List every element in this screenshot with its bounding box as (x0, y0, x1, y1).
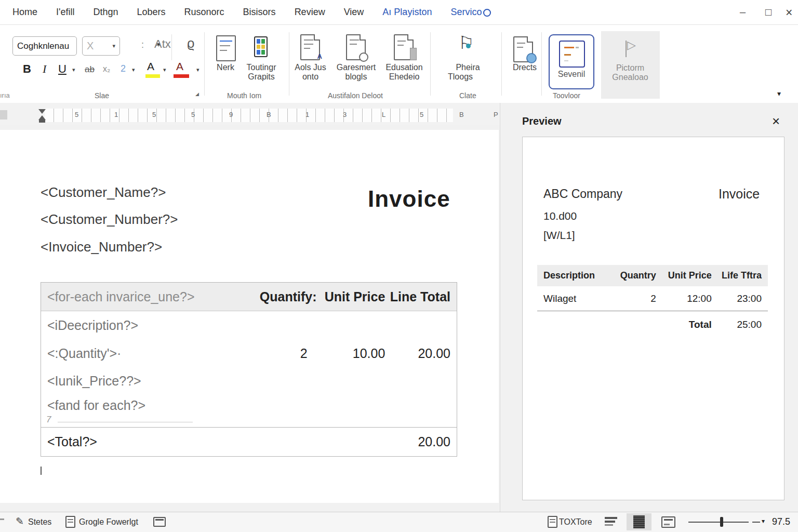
font-name-combobox[interactable]: Coghknlenau (12, 36, 77, 56)
preview-header-description: Description (537, 270, 619, 281)
menu-letters[interactable]: Lobers (137, 7, 166, 18)
menu-design[interactable]: Dthgn (93, 7, 118, 18)
minimize-button[interactable]: – (740, 6, 746, 18)
flag-tools-button[interactable]: Pheira Tloogs (446, 63, 490, 82)
zoom-slider-handle[interactable] (720, 517, 723, 527)
view-web-layout-icon[interactable] (661, 516, 675, 528)
maximize-button[interactable]: □ (765, 6, 772, 18)
menu-ai-playiston[interactable]: Aı Playiston (382, 7, 432, 18)
bold-button[interactable]: B (23, 62, 31, 76)
strikethrough-button[interactable]: ab (85, 64, 95, 75)
font-size-combobox[interactable]: X ▾ (82, 36, 120, 56)
placeholder-invoice-number: <Invoice_Number?> (41, 239, 162, 255)
highlight-color-button[interactable]: A (147, 60, 154, 73)
view-read-mode-icon[interactable] (605, 517, 617, 526)
ruler-band (45, 109, 453, 122)
preview-results-icon (346, 34, 366, 60)
table-header-row: <for-each invarice_une?> Quantify: Unit … (41, 283, 457, 311)
menu-view[interactable]: View (344, 7, 364, 18)
preview-line2: 10.d00 (543, 210, 577, 222)
menu-file[interactable]: I'efill (56, 7, 74, 18)
chevron-down-icon[interactable]: ▾ (163, 66, 166, 73)
card-icon[interactable] (153, 517, 166, 527)
preview-pane: Preview × ABC Company Invoice 10.d00 [W/… (500, 103, 798, 512)
ruler-label: B (459, 111, 464, 118)
insert-field-button[interactable]: Aols Jus onto (288, 63, 332, 82)
italic-button[interactable]: I (43, 62, 46, 76)
paragraph-mark-button[interactable]: ϱ (187, 36, 194, 51)
ruler-label: 5 (152, 111, 156, 118)
preview-toggle-label: Sevenil (550, 70, 593, 79)
chevron-down-icon[interactable]: ▾ (762, 517, 765, 525)
spacing-button[interactable]: : (141, 39, 144, 50)
indent-marker-top[interactable] (38, 109, 46, 114)
merge-start-button[interactable]: Nerk (210, 63, 241, 72)
menu-home[interactable]: Home (12, 7, 37, 18)
language-status[interactable]: Grogle Fowerlgt (79, 517, 138, 527)
language-doc-icon (65, 516, 75, 528)
text-cursor (41, 467, 42, 475)
ruler-label: 1 (114, 111, 118, 118)
chevron-down-icon[interactable]: ▾ (132, 66, 135, 73)
recipients-grid-icon (254, 36, 268, 57)
zoom-slider-track[interactable] (688, 522, 749, 523)
view-print-layout-icon[interactable] (627, 513, 651, 530)
underline-button[interactable]: U (58, 62, 66, 76)
merge-start-icon (216, 35, 236, 61)
zoom-percentage[interactable]: 97.5 (772, 516, 790, 527)
document-page[interactable]: <Customer_Name?> Invoice <Customer_Numbe… (0, 130, 499, 503)
ribbon: Coghknlenau X ▾ : ▾ Atx ϱ B I U ▾ ab x₂ … (0, 25, 798, 103)
preview-cell-unit-price: 12:00 (656, 293, 712, 304)
subscript-button[interactable]: x₂ (103, 64, 110, 74)
close-button[interactable]: × (786, 6, 792, 20)
states-status[interactable]: Stetes (28, 517, 51, 527)
chevron-down-icon[interactable]: ▾ (72, 66, 75, 73)
finish-merge-icon (394, 34, 414, 60)
divider (171, 34, 172, 60)
menu-revisions[interactable]: Bisisors (243, 7, 276, 18)
divider (430, 32, 431, 96)
superscript-button[interactable]: 2 (121, 63, 126, 74)
table-row: <iDeecription?> (41, 311, 457, 340)
preview-card-icon (559, 41, 585, 68)
font-color-button[interactable]: A (176, 60, 183, 73)
group-label-font: Slae (95, 91, 109, 100)
preview-total-label: Total (656, 319, 712, 330)
ruler-label: 5 (75, 111, 78, 118)
disabled-group-panel: ▷ Pictorm Gnealoao (601, 31, 660, 99)
dialog-launcher-icon[interactable]: ◢ (195, 91, 199, 97)
zoom-out-dash[interactable] (752, 522, 760, 523)
indent-marker-bottom[interactable] (38, 115, 46, 120)
header-unit-price: Unit Price (308, 289, 385, 304)
flag-dot-icon (466, 44, 471, 48)
cell-unit-price-value: 10.00 (308, 346, 385, 361)
header-line-total: Line Total (385, 289, 450, 304)
menu-references[interactable]: Rusonorc (184, 7, 224, 18)
finish-merge-button[interactable]: Edusation Ehedeio (378, 63, 430, 82)
store-status[interactable]: TOXTore (559, 517, 592, 527)
disabled-button: Pictorm Gnealoao (604, 63, 656, 82)
chevron-down-icon[interactable]: ▾ (196, 66, 200, 73)
preview-table: Description Quantry Unit Price Life Tftr… (537, 265, 768, 338)
preview-cell-line-total: 23:00 (712, 293, 762, 304)
indent-marker-box[interactable] (39, 120, 45, 123)
cell-end-foreach-placeholder: <fand for each?> (41, 398, 260, 413)
preview-cell-description: Wilaget (537, 293, 619, 304)
group-label-flag: Clate (459, 91, 476, 100)
preview-data-row: Wilaget 2 12:00 23:00 (537, 286, 768, 311)
menu-review[interactable]: Review (295, 7, 325, 18)
cell-quantity-placeholder: <:Quantity'>· (41, 346, 260, 361)
clear-formatting-button[interactable]: Atx (154, 37, 171, 51)
directs-icon (513, 36, 533, 62)
preview-doc-title: Invoice (719, 187, 760, 202)
menu-service[interactable]: Servico (450, 7, 491, 18)
preview-toggle-button[interactable]: Sevenil (549, 34, 594, 89)
ribbon-collapse-icon[interactable]: ▾ (777, 89, 781, 98)
preview-results-button[interactable]: Garesmert blogls (331, 63, 381, 82)
recipients-button[interactable]: Toutingr Grapits (238, 63, 285, 82)
preview-close-icon[interactable]: × (772, 113, 780, 129)
directs-button[interactable]: Drects (507, 63, 543, 72)
preview-header-unit-price: Unit Price (656, 270, 712, 281)
ruler-label: 3 (343, 111, 347, 118)
font-color-swatch (174, 74, 189, 78)
